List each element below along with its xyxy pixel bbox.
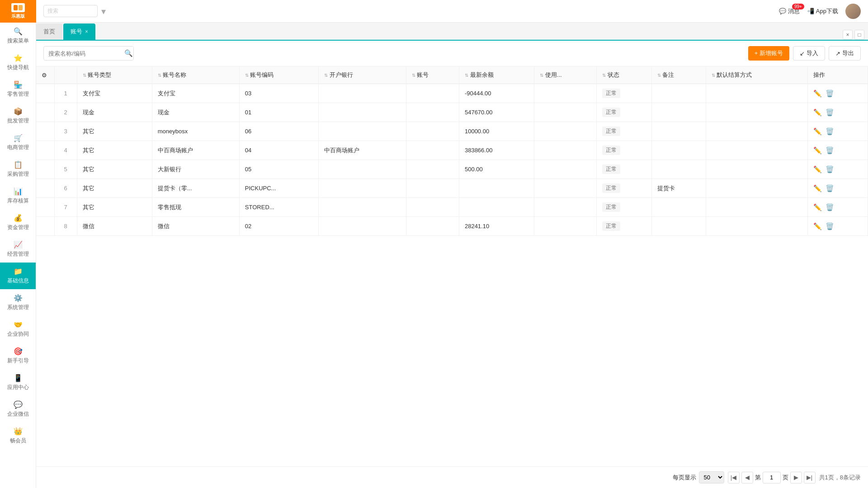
row-usage bbox=[534, 198, 597, 217]
row-actions: ✏️ 🗑️ bbox=[807, 217, 868, 236]
first-page-btn[interactable]: |◀ bbox=[728, 472, 740, 483]
delete-icon[interactable]: 🗑️ bbox=[826, 108, 834, 117]
page-label: 第 bbox=[755, 474, 761, 482]
row-account bbox=[406, 217, 459, 236]
add-account-button[interactable]: + 新增账号 bbox=[748, 46, 789, 61]
enterprise-wechat-icon: 💬 bbox=[14, 400, 23, 409]
edit-icon[interactable]: ✏️ bbox=[813, 184, 822, 192]
sidebar-item-appcenter[interactable]: 📱 应用中心 bbox=[0, 369, 36, 396]
sidebar-item-wholesale[interactable]: 📦 批发管理 bbox=[0, 103, 36, 129]
appcenter-icon: 📱 bbox=[14, 374, 23, 382]
sidebar-item-retail[interactable]: 🏪 零售管理 bbox=[0, 76, 36, 103]
sidebar-item-vip[interactable]: 👑 畅会员 bbox=[0, 422, 36, 449]
edit-icon[interactable]: ✏️ bbox=[813, 165, 822, 174]
row-remark bbox=[651, 122, 706, 141]
sidebar-item-operations[interactable]: 📈 经营管理 bbox=[0, 236, 36, 263]
window-close-btn[interactable]: × bbox=[843, 30, 853, 40]
delete-icon[interactable]: 🗑️ bbox=[826, 127, 834, 136]
sidebar-item-newguide[interactable]: 🎯 新手引导 bbox=[0, 343, 36, 369]
col-bank[interactable]: ⇅ 开户银行 bbox=[319, 66, 406, 84]
page-input[interactable] bbox=[763, 472, 781, 483]
sidebar-item-system[interactable]: ⚙️ 系统管理 bbox=[0, 289, 36, 316]
tab-home[interactable]: 首页 bbox=[36, 23, 62, 40]
import-button[interactable]: ↙ 导入 bbox=[793, 46, 825, 61]
sidebar-item-enterprise[interactable]: 🤝 企业协同 bbox=[0, 316, 36, 343]
edit-icon[interactable]: ✏️ bbox=[813, 222, 822, 230]
delete-icon[interactable]: 🗑️ bbox=[826, 203, 834, 211]
edit-icon[interactable]: ✏️ bbox=[813, 89, 822, 98]
tab-close-icon[interactable]: × bbox=[85, 28, 88, 35]
row-default-payment bbox=[706, 122, 807, 141]
delete-icon[interactable]: 🗑️ bbox=[826, 222, 834, 230]
next-page-btn[interactable]: ▶ bbox=[790, 472, 802, 483]
edit-icon[interactable]: ✏️ bbox=[813, 146, 822, 155]
per-page-select[interactable]: 50 20 100 bbox=[699, 471, 724, 483]
sidebar-item-search-menu[interactable]: 🔍 搜索菜单 bbox=[0, 23, 36, 49]
col-remark-sort-icon: ⇅ bbox=[657, 73, 661, 78]
row-actions: ✏️ 🗑️ bbox=[807, 179, 868, 198]
col-code[interactable]: ⇅ 账号编码 bbox=[239, 66, 319, 84]
row-status: 正常 bbox=[596, 198, 651, 217]
col-name[interactable]: ⇅ 账号名称 bbox=[152, 66, 239, 84]
user-avatar[interactable] bbox=[845, 4, 861, 19]
row-name: 零售抵现 bbox=[152, 198, 239, 217]
export-button[interactable]: ↗ 导出 bbox=[829, 46, 861, 61]
tab-account[interactable]: 账号 × bbox=[63, 23, 95, 40]
delete-icon[interactable]: 🗑️ bbox=[826, 89, 834, 98]
sidebar-item-capital[interactable]: 💰 资金管理 bbox=[0, 209, 36, 236]
col-name-label: 账号名称 bbox=[163, 71, 186, 78]
row-remark bbox=[651, 160, 706, 179]
sidebar-item-label: 新手引导 bbox=[7, 357, 29, 365]
col-usage[interactable]: ⇅ 使用... bbox=[534, 66, 597, 84]
last-page-btn[interactable]: ▶| bbox=[804, 472, 816, 483]
col-status[interactable]: ⇅ 状态 bbox=[596, 66, 651, 84]
col-remark[interactable]: ⇅ 备注 bbox=[651, 66, 706, 84]
edit-icon[interactable]: ✏️ bbox=[813, 203, 822, 211]
col-bank-sort-icon: ⇅ bbox=[324, 73, 328, 78]
row-num: 3 bbox=[54, 122, 77, 141]
account-search-btn[interactable]: 🔍 bbox=[121, 47, 134, 60]
delete-icon[interactable]: 🗑️ bbox=[826, 146, 834, 155]
window-maximize-btn[interactable]: □ bbox=[854, 30, 864, 40]
topbar-message[interactable]: 💬 消息 99+ bbox=[779, 7, 800, 15]
edit-icon[interactable]: ✏️ bbox=[813, 127, 822, 136]
sidebar-item-ecommerce[interactable]: 🛒 电商管理 bbox=[0, 129, 36, 156]
topbar-dropdown-icon[interactable]: ▾ bbox=[101, 6, 106, 17]
row-code: 04 bbox=[239, 141, 319, 160]
col-balance[interactable]: ⇅ 最新余额 bbox=[459, 66, 534, 84]
sidebar-item-inventory[interactable]: 📊 库存核算 bbox=[0, 183, 36, 209]
table-row: 4 其它 中百商场账户 04 中百商场账户 383866.00 正常 ✏️ 🗑️ bbox=[36, 141, 868, 160]
row-default-payment bbox=[706, 103, 807, 122]
sidebar-item-purchase[interactable]: 📋 采购管理 bbox=[0, 156, 36, 183]
col-account[interactable]: ⇅ 账号 bbox=[406, 66, 459, 84]
row-balance: 383866.00 bbox=[459, 141, 534, 160]
app-download[interactable]: 📲 App下载 bbox=[807, 7, 838, 15]
quick-nav-icon: ⭐ bbox=[14, 54, 23, 62]
prev-page-btn[interactable]: ◀ bbox=[741, 472, 753, 483]
row-type: 其它 bbox=[77, 141, 152, 160]
col-account-sort-icon: ⇅ bbox=[412, 73, 415, 78]
account-search-wrap[interactable]: 🔍 bbox=[43, 46, 134, 61]
sidebar-item-label: 资金管理 bbox=[7, 224, 29, 231]
delete-icon[interactable]: 🗑️ bbox=[826, 184, 834, 192]
row-num: 4 bbox=[54, 141, 77, 160]
col-default-payment[interactable]: ⇅ 默认结算方式 bbox=[706, 66, 807, 84]
sidebar-item-quick-nav[interactable]: ⭐ 快捷导航 bbox=[0, 49, 36, 76]
row-balance bbox=[459, 198, 534, 217]
sidebar-item-enterprise-wechat[interactable]: 💬 企业微信 bbox=[0, 396, 36, 422]
col-setting[interactable]: ⚙ bbox=[36, 66, 54, 84]
account-search-input[interactable] bbox=[44, 47, 121, 60]
row-setting-cell bbox=[36, 122, 54, 141]
row-default-payment bbox=[706, 141, 807, 160]
topbar-search[interactable]: 搜索 bbox=[43, 5, 98, 17]
col-default-payment-label: 默认结算方式 bbox=[717, 71, 752, 78]
edit-icon[interactable]: ✏️ bbox=[813, 108, 822, 117]
row-account bbox=[406, 160, 459, 179]
row-status: 正常 bbox=[596, 179, 651, 198]
col-type[interactable]: ⇅ 账号类型 bbox=[77, 66, 152, 84]
row-usage bbox=[534, 103, 597, 122]
sidebar-item-label: 采购管理 bbox=[7, 170, 29, 178]
delete-icon[interactable]: 🗑️ bbox=[826, 165, 834, 174]
row-actions: ✏️ 🗑️ bbox=[807, 198, 868, 217]
sidebar-item-basic-info[interactable]: 📁 基础信息 bbox=[0, 263, 36, 289]
